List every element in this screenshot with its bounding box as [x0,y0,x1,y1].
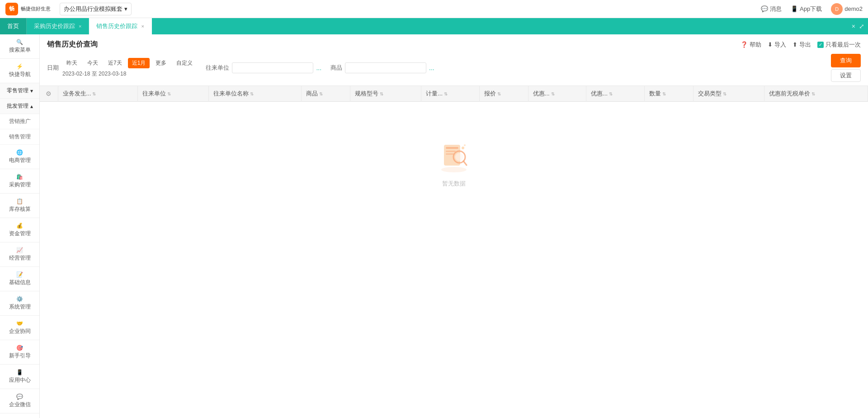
partner-dots-button[interactable]: ... [316,64,321,71]
quick-nav-icon: ⚡ [16,63,23,70]
purchase-icon: 🛍️ [16,174,23,180]
quick-nav-label: 快捷导航 [9,71,31,78]
user-name: demo2 [844,5,863,12]
svg-point-0 [441,167,467,172]
wholesale-mgmt-label: 批发管理 [7,102,28,110]
sidebar-item-purchase-mgmt[interactable]: 🛍️ 采购管理 [0,169,39,194]
svg-rect-3 [446,151,456,152]
tab-home[interactable]: 首页 [0,18,27,34]
purchase-history-tab-close[interactable]: × [79,24,81,29]
sidebar-item-wechat[interactable]: 💬 企业微信 [0,389,39,413]
finance-label: 资金管理 [9,230,31,238]
inventory-label: 库存核算 [9,205,31,213]
sales-history-tab-close[interactable]: × [141,24,144,29]
col-pre-tax-price[interactable]: 优惠前无税单价 ⇅ [764,86,868,102]
col-partner-code[interactable]: 往来单位 ⇅ [138,86,209,102]
export-button[interactable]: ⬆ 导出 [793,41,811,49]
col-qty[interactable]: 数量 ⇅ [644,86,693,102]
sidebar-item-enterprise[interactable]: 🤝 企业协同 [0,316,39,340]
filter-actions: 查询 设置 [831,54,861,82]
settings-gear-icon[interactable]: ⚙ [46,90,52,97]
col-discount2[interactable]: 优惠... ⇅ [586,86,644,102]
sidebar-item-member[interactable]: 👤 畅会员 [0,413,39,418]
data-table: ⚙ 业务发生... ⇅ 往来单位 ⇅ [40,86,868,102]
sidebar-item-finance[interactable]: 💰 资金管理 [0,218,39,242]
col-spec[interactable]: 规格型号 ⇅ [350,86,421,102]
product-filter-group: 商品 ... [330,62,434,73]
col-settings[interactable]: ⚙ [40,86,58,102]
sidebar-item-marketing[interactable]: 营销推广 [0,114,39,129]
sort-partner-code-icon: ⇅ [167,91,171,96]
purchase-label: 采购管理 [9,181,31,189]
guide-icon: 🎯 [16,345,23,351]
tab-sales-history[interactable]: 销售历史价跟踪 × [89,18,151,34]
tab-purchase-history[interactable]: 采购历史价跟踪 × [27,18,89,34]
sidebar-item-app-center[interactable]: 📱 应用中心 [0,365,39,389]
partner-filter-group: 往来单位 ... [206,62,321,73]
sort-partner-name-icon: ⇅ [250,91,254,96]
col-unit[interactable]: 计量... ⇅ [421,86,479,102]
avatar: D [831,3,843,15]
sidebar-item-ecommerce[interactable]: 🌐 电商管理 [0,145,39,169]
date-buttons: 昨天 今天 近7天 近1月 更多 自定义 [62,58,197,68]
date-filter-group: 日期 昨天 今天 近7天 近1月 更多 自定义 2023-02-18 至 202… [47,58,197,78]
inventory-icon: 📋 [16,198,23,204]
col-trade-type[interactable]: 交易类型 ⇅ [693,86,764,102]
sidebar-item-sales-mgmt[interactable]: 销售管理 [0,129,39,145]
tab-maximize-button[interactable]: ⤢ [859,23,864,30]
col-quote[interactable]: 报价 ⇅ [479,86,528,102]
col-partner-name[interactable]: 往来单位名称 ⇅ [209,86,302,102]
sidebar-item-system[interactable]: ⚙️ 系统管理 [0,291,39,316]
tab-close-all-button[interactable]: × [852,23,855,30]
col-biz-date[interactable]: 业务发生... ⇅ [58,86,138,102]
empty-state-text: 暂无数据 [442,180,466,188]
sidebar-item-operations[interactable]: 📈 经营管理 [0,242,39,267]
sidebar-item-wholesale-mgmt[interactable]: 批发管理 ▴ [0,99,39,114]
sales-mgmt-label: 销售管理 [9,133,31,141]
export-icon: ⬆ [793,41,797,48]
retail-mgmt-arrow-icon: ▾ [30,88,33,94]
app-download-button[interactable]: 📱 App下载 [791,5,822,13]
finance-icon: 💰 [16,223,23,229]
sidebar-item-inventory[interactable]: 📋 库存核算 [0,194,39,218]
date-btn-custom[interactable]: 自定义 [172,58,197,68]
search-menu-icon: 🔍 [16,39,23,45]
sidebar-item-search-menu[interactable]: 🔍 搜索菜单 [0,34,39,59]
table-container: ⚙ 业务发生... ⇅ 往来单位 ⇅ [40,86,868,418]
sidebar-item-basic-info[interactable]: 📝 基础信息 [0,267,39,291]
partner-input[interactable] [232,62,313,73]
import-button[interactable]: ⬇ 导入 [768,41,786,49]
sidebar-item-guide[interactable]: 🎯 新手引导 [0,340,39,365]
app-center-label: 应用中心 [9,376,31,384]
chevron-down-icon: ▾ [124,5,127,12]
date-btn-7days[interactable]: 近7天 [104,58,126,68]
col-discount1[interactable]: 优惠... ⇅ [528,86,586,102]
help-button[interactable]: ❓ 帮助 [741,41,761,49]
date-btn-more[interactable]: 更多 [151,58,170,68]
sort-spec-icon: ⇅ [380,91,383,96]
help-label: 帮助 [750,41,761,49]
content-area: 销售历史价查询 ❓ 帮助 ⬇ 导入 ⬆ 导出 ✓ [40,34,868,418]
app-center-icon: 📱 [16,369,23,375]
product-input[interactable] [345,62,426,73]
message-label: 消息 [770,5,782,13]
product-dots-button[interactable]: ... [429,64,434,71]
sales-history-tab-label: 销售历史价跟踪 [96,22,137,30]
only-last-checkbox[interactable]: ✓ 只看最后一次 [817,41,861,49]
operations-icon: 📈 [16,247,23,253]
settings-button[interactable]: 设置 [831,69,861,82]
purchase-history-tab-label: 采购历史价跟踪 [34,22,75,30]
user-menu[interactable]: D demo2 [831,3,863,15]
only-last-label: 只看最后一次 [826,41,861,49]
sort-product-icon: ⇅ [319,91,323,96]
date-btn-today[interactable]: 今天 [83,58,102,68]
app-selector[interactable]: 办公用品行业模拟账套 ▾ [60,3,132,15]
date-btn-yesterday[interactable]: 昨天 [62,58,81,68]
sidebar-item-quick-nav[interactable]: ⚡ 快捷导航 [0,59,39,83]
query-button[interactable]: 查询 [831,54,861,67]
sidebar-item-retail-mgmt[interactable]: 零售管理 ▾ [0,83,39,99]
sort-biz-date-icon: ⇅ [92,91,96,96]
col-product[interactable]: 商品 ⇅ [302,86,350,102]
message-button[interactable]: 💬 消息 [761,5,782,13]
date-btn-1month[interactable]: 近1月 [128,58,150,68]
